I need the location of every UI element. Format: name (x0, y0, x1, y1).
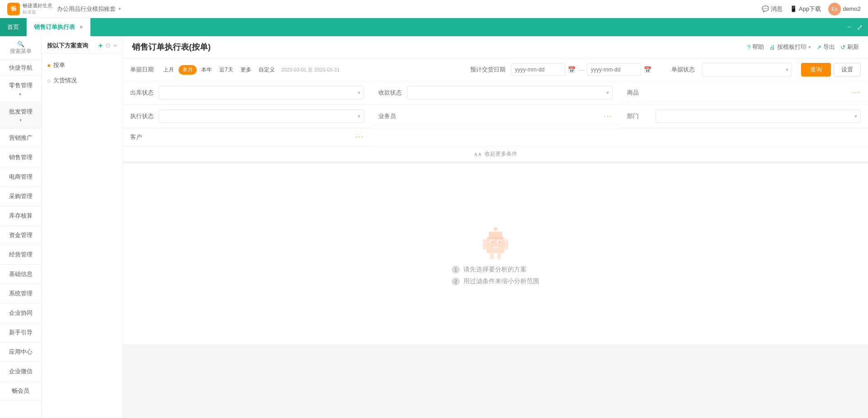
sidebar-item-finance[interactable]: 资金管理 (0, 226, 41, 245)
inactive-scheme-icon: ○ (47, 77, 51, 84)
sidebar-item-wholesale[interactable]: 批发管理 ▾ (0, 102, 41, 128)
topbar-left: 畅 畅捷通好生意 标准版 办公用品行业模拟账套 ▾ (7, 2, 121, 15)
search-icon: 🔍 (17, 41, 24, 48)
date-tab-current-year[interactable]: 本年 (198, 65, 215, 75)
date-tab-more[interactable]: 更多 (238, 65, 254, 75)
customer-control: ··· (159, 133, 364, 141)
date-tab-7days[interactable]: 近7天 (217, 65, 236, 75)
scheme-item-backorder[interactable]: ○ 欠货情况 (42, 73, 123, 88)
customer-picker-button[interactable]: ··· (355, 133, 364, 141)
avatar: Ea (828, 3, 841, 15)
customer-cell: 客户 ··· (123, 128, 371, 146)
sidebar-item-enterprise[interactable]: 企业协同 (0, 304, 41, 323)
chevron-right-icon: ▸ (19, 91, 22, 96)
settings-button[interactable]: 设置 (834, 63, 861, 76)
search-button[interactable]: 查询 (801, 63, 831, 76)
receipt-status-select[interactable] (407, 86, 612, 100)
exec-status-select[interactable] (159, 109, 364, 123)
status-label: 单据状态 (671, 66, 696, 74)
sidebar-item-purchase[interactable]: 采购管理 (0, 187, 41, 206)
status-select[interactable] (702, 63, 792, 76)
tab-sales-order[interactable]: 销售订单执行表 × (27, 18, 90, 36)
goods-cell: 商品 ··· (620, 84, 868, 102)
sidebar-item-app-center[interactable]: 应用中心 (0, 342, 41, 362)
sidebar-item-member[interactable]: 畅会员 (0, 381, 41, 401)
collapse-bar[interactable]: ∧∧ 收起更多条件 (123, 147, 868, 162)
app-download-button[interactable]: 📱 App下载 (790, 5, 821, 13)
robot-icon (473, 219, 518, 264)
sidebar-item-inventory[interactable]: 库存核算 (0, 206, 41, 226)
exec-status-select-wrapper (159, 109, 364, 123)
tab-close-icon[interactable]: × (80, 24, 83, 30)
svg-rect-1 (489, 232, 502, 239)
calendar-end-icon[interactable]: 📅 (644, 66, 651, 73)
tab-home[interactable]: 首页 (0, 18, 27, 36)
tab-spacer (90, 18, 842, 36)
nav-tabs: 首页 销售订单执行表 × − ⤢ (0, 18, 868, 36)
collapse-panel-button[interactable]: « (113, 42, 117, 50)
expected-date-start-input[interactable] (511, 63, 565, 76)
salesperson-picker-button[interactable]: ··· (604, 112, 612, 120)
logo-text: 畅捷通好生意 标准版 (23, 2, 52, 15)
out-status-select[interactable] (159, 86, 364, 100)
out-status-cell: 出库状态 (123, 81, 371, 104)
svg-rect-9 (505, 239, 508, 249)
sidebar-item-wechat[interactable]: 企业微信 (0, 362, 41, 381)
date-tab-custom[interactable]: 自定义 (256, 65, 278, 75)
salesperson-label: 业务员 (378, 112, 403, 120)
expected-date-inputs: 📅 — 📅 (511, 63, 651, 76)
expected-date-end-input[interactable] (587, 63, 641, 76)
chevron-down-icon: ▾ (118, 6, 121, 12)
calendar-start-icon[interactable]: 📅 (568, 66, 576, 73)
sidebar-item-search[interactable]: 🔍 搜索菜单 (0, 36, 41, 60)
sidebar-item-system[interactable]: 系统管理 (0, 284, 41, 304)
sidebar-item-sales[interactable]: 销售管理 (0, 148, 41, 167)
add-scheme-button[interactable]: + (99, 42, 103, 50)
sidebar-item-basic-info[interactable]: 基础信息 (0, 265, 41, 284)
sidebar-item-operations[interactable]: 经营管理 (0, 245, 41, 265)
out-status-label: 出库状态 (130, 89, 155, 97)
logo-area: 畅 畅捷通好生意 标准版 (7, 2, 52, 15)
sidebar-item-onboarding[interactable]: 新手引导 (0, 323, 41, 342)
exec-status-cell: 执行状态 (123, 105, 371, 128)
date-tabs: 上月 本月 本年 近7天 更多 自定义 2023-03-01 至 2023-03… (160, 65, 340, 75)
minimize-icon[interactable]: − (847, 23, 851, 31)
sidebar-item-marketing[interactable]: 营销推广 (0, 128, 41, 148)
industry-selector[interactable]: 办公用品行业模拟账套 ▾ (57, 5, 121, 13)
date-label: 单据日期 (130, 66, 155, 74)
goods-picker-button[interactable]: ··· (852, 89, 861, 97)
dept-select[interactable] (656, 109, 861, 123)
svg-rect-11 (497, 253, 501, 259)
page-actions: ? 帮助 🖨 按模板打印 ▾ ↗ 导出 ↺ 刷新 (747, 43, 859, 51)
left-panel: 按以下方案查询 + ⊙ « ● 按单 ○ 欠货情况 (42, 36, 123, 418)
message-icon: 💬 (762, 5, 769, 12)
expand-icon[interactable]: ⤢ (857, 23, 863, 32)
out-status-select-wrapper (159, 86, 364, 100)
logo-icon: 畅 (7, 3, 20, 15)
message-button[interactable]: 💬 消息 (762, 5, 783, 13)
print-icon: 🖨 (769, 44, 775, 51)
date-tab-current-month[interactable]: 本月 (179, 65, 197, 75)
scheme-item-by-order[interactable]: ● 按单 (42, 57, 123, 73)
customer-label: 客户 (130, 133, 155, 141)
print-chevron-icon: ▾ (808, 44, 811, 50)
page-title: 销售订单执行表(按单) (132, 42, 211, 52)
sidebar-item-quick-nav[interactable]: 快捷导航 (0, 60, 41, 76)
collapse-text: 收起更多条件 (485, 150, 517, 158)
sidebar-item-retail[interactable]: 零售管理 ▸ (0, 76, 41, 102)
step-2-num: 2 (452, 277, 460, 285)
edit-scheme-button[interactable]: ⊙ (105, 42, 111, 50)
receipt-status-select-wrapper (407, 86, 612, 100)
receipt-status-cell: 收款状态 (371, 81, 619, 104)
date-tab-last-month[interactable]: 上月 (160, 65, 177, 75)
print-button[interactable]: 🖨 按模板打印 ▾ (769, 43, 811, 51)
help-button[interactable]: ? 帮助 (747, 43, 764, 51)
salesperson-control: ··· (407, 112, 612, 120)
filter-row-more: 执行状态 业务员 ··· 部门 (123, 105, 868, 128)
refresh-button[interactable]: ↺ 刷新 (840, 43, 859, 51)
collapse-icon: ∧∧ (474, 151, 482, 157)
export-button[interactable]: ↗ 导出 (816, 43, 835, 51)
refresh-icon: ↺ (840, 44, 845, 51)
user-avatar-button[interactable]: Ea demo2 (828, 3, 861, 15)
sidebar-item-ecommerce[interactable]: 电商管理 (0, 167, 41, 187)
